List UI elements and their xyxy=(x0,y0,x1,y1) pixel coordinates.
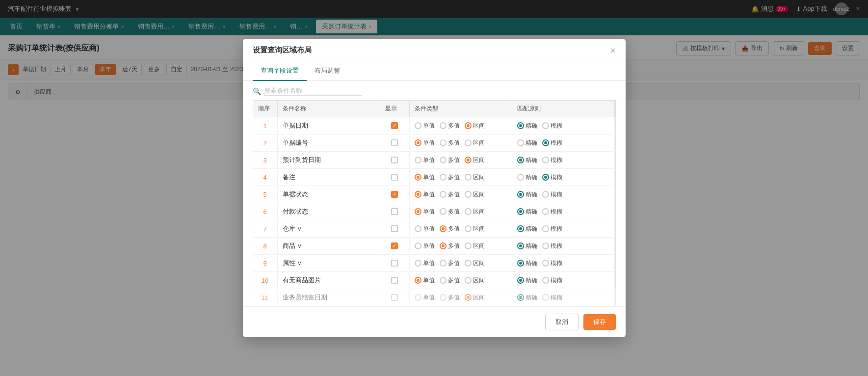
row-2-checkbox[interactable] xyxy=(391,139,398,146)
row-10-range-radio[interactable]: 区间 xyxy=(465,276,485,285)
row-1-order: 1 xyxy=(253,118,278,134)
row-4-display[interactable] xyxy=(380,170,410,185)
row-10-single-radio[interactable]: 单值 xyxy=(415,276,435,285)
row-8-fuzzy-radio[interactable]: 模糊 xyxy=(542,242,562,250)
row-3-multi-radio[interactable]: 多值 xyxy=(440,156,460,164)
row-11-display[interactable] xyxy=(380,290,410,305)
row-3-cond-type: 单值 多值 区间 xyxy=(410,152,512,168)
row-1-multi-radio[interactable]: 多值 xyxy=(440,122,460,130)
row-9-single-radio[interactable]: 单值 xyxy=(415,259,435,268)
row-5-multi-radio[interactable]: 多值 xyxy=(440,190,460,199)
row-9-checkbox[interactable] xyxy=(391,260,398,267)
row-2-single-radio[interactable]: 单值 xyxy=(415,139,435,147)
row-9-range-radio[interactable]: 区间 xyxy=(465,259,485,268)
row-4-fuzzy-radio[interactable]: 模糊 xyxy=(542,173,562,182)
row-3-checkbox[interactable] xyxy=(391,157,398,163)
row-11-multi-radio[interactable]: 多值 xyxy=(440,294,460,302)
row-7-checkbox[interactable] xyxy=(391,225,398,232)
row-9-cond-type: 单值 多值 区间 xyxy=(410,255,512,271)
row-7-range-radio[interactable]: 区间 xyxy=(465,225,485,233)
row-5-single-radio[interactable]: 单值 xyxy=(415,190,435,199)
row-1-single-radio[interactable]: 单值 xyxy=(415,122,435,130)
row-3-exact-radio[interactable]: 精确 xyxy=(517,156,537,164)
row-6-checkbox[interactable] xyxy=(391,208,398,215)
row-2-display[interactable] xyxy=(380,135,410,150)
row-11-match-group: 精确 模糊 xyxy=(517,294,562,302)
row-3-range-radio[interactable]: 区间 xyxy=(465,156,485,164)
row-1-checkbox[interactable] xyxy=(391,122,398,129)
row-1-exact-radio[interactable]: 精确 xyxy=(517,122,537,130)
row-10-checkbox[interactable] xyxy=(391,277,398,284)
dialog-close-button[interactable]: × xyxy=(610,46,616,55)
row-7-fuzzy-radio[interactable]: 模糊 xyxy=(542,225,562,233)
row-5-fuzzy-radio[interactable]: 模糊 xyxy=(542,190,562,199)
row-9-exact-radio[interactable]: 精确 xyxy=(517,259,537,268)
col-match: 匹配原则 xyxy=(512,101,615,117)
row-8-exact-radio[interactable]: 精确 xyxy=(517,242,537,250)
row-6-range-radio[interactable]: 区间 xyxy=(465,208,485,216)
save-button[interactable]: 保存 xyxy=(583,314,616,330)
row-6-single-radio[interactable]: 单值 xyxy=(415,208,435,216)
table-row: 6 付款状态 单值 多值 xyxy=(253,203,616,220)
row-4-exact-radio[interactable]: 精确 xyxy=(517,173,537,182)
row-10-display[interactable] xyxy=(380,273,410,288)
row-5-exact-radio[interactable]: 精确 xyxy=(517,190,537,199)
settings-dialog: 设置查询区域布局 × 查询字段设置 布局调整 🔍 顺序 条件名称 显示 条件类型 xyxy=(243,39,626,337)
row-10-single-circle xyxy=(415,277,421,284)
row-2-range-radio[interactable]: 区间 xyxy=(465,139,485,147)
row-2-exact-radio[interactable]: 精确 xyxy=(517,139,537,147)
row-1-fuzzy-radio[interactable]: 模糊 xyxy=(542,122,562,130)
row-9-fuzzy-radio[interactable]: 模糊 xyxy=(542,259,562,268)
row-4-range-circle xyxy=(465,174,472,181)
row-3-fuzzy-radio[interactable]: 模糊 xyxy=(542,156,562,164)
row-11-fuzzy-circle xyxy=(542,294,549,301)
row-10-fuzzy-radio[interactable]: 模糊 xyxy=(542,276,562,285)
row-5-exact-circle xyxy=(517,191,524,198)
row-8-checkbox[interactable] xyxy=(391,242,398,249)
row-2-fuzzy-radio[interactable]: 模糊 xyxy=(542,139,562,147)
row-10-fuzzy-circle xyxy=(542,277,549,284)
row-4-multi-radio[interactable]: 多值 xyxy=(440,173,460,182)
row-4-single-radio[interactable]: 单值 xyxy=(415,173,435,182)
row-3-single-radio[interactable]: 单值 xyxy=(415,156,435,164)
row-6-multi-radio[interactable]: 多值 xyxy=(440,208,460,216)
row-5-range-radio[interactable]: 区间 xyxy=(465,190,485,199)
row-11-exact-radio[interactable]: 精确 xyxy=(517,294,537,302)
row-1-display[interactable] xyxy=(380,118,410,133)
row-9-multi-radio[interactable]: 多值 xyxy=(440,259,460,268)
row-7-display[interactable] xyxy=(380,221,410,236)
row-11-checkbox[interactable] xyxy=(391,294,398,301)
row-9-display[interactable] xyxy=(380,256,410,270)
row-7-multi-radio[interactable]: 多值 xyxy=(440,225,460,233)
row-4-match-group: 精确 模糊 xyxy=(517,173,562,182)
row-6-display[interactable] xyxy=(380,204,410,219)
dialog-tab-query-fields[interactable]: 查询字段设置 xyxy=(253,61,307,81)
row-6-fuzzy-radio[interactable]: 模糊 xyxy=(542,208,562,216)
row-11-fuzzy-radio[interactable]: 模糊 xyxy=(542,294,562,302)
row-11-range-radio[interactable]: 区间 xyxy=(465,294,485,302)
row-1-range-radio[interactable]: 区间 xyxy=(465,122,485,130)
row-8-display[interactable] xyxy=(380,239,410,253)
row-8-single-radio[interactable]: 单值 xyxy=(415,242,435,250)
row-9-order: 9 xyxy=(253,256,278,271)
dialog-search-input[interactable] xyxy=(264,87,362,96)
row-5-display[interactable] xyxy=(380,187,410,202)
row-8-range-radio[interactable]: 区间 xyxy=(465,242,485,250)
cancel-button[interactable]: 取消 xyxy=(545,314,579,330)
row-4-range-radio[interactable]: 区间 xyxy=(465,173,485,182)
dialog-tab-layout[interactable]: 布局调整 xyxy=(307,61,348,81)
row-8-multi-radio[interactable]: 多值 xyxy=(440,242,460,250)
row-5-checkbox[interactable] xyxy=(391,191,398,198)
row-10-exact-radio[interactable]: 精确 xyxy=(517,276,537,285)
dialog-footer: 取消 保存 xyxy=(243,306,626,337)
row-7-single-radio[interactable]: 单值 xyxy=(415,225,435,233)
row-10-exact-circle xyxy=(517,277,524,284)
row-2-multi-radio[interactable]: 多值 xyxy=(440,139,460,147)
row-11-single-radio[interactable]: 单值 xyxy=(415,294,435,302)
row-4-checkbox[interactable] xyxy=(391,174,398,181)
row-3-display[interactable] xyxy=(380,153,410,167)
row-6-exact-radio[interactable]: 精确 xyxy=(517,208,537,216)
row-10-multi-radio[interactable]: 多值 xyxy=(440,276,460,285)
row-2-single-circle xyxy=(415,139,421,146)
row-7-exact-radio[interactable]: 精确 xyxy=(517,225,537,233)
